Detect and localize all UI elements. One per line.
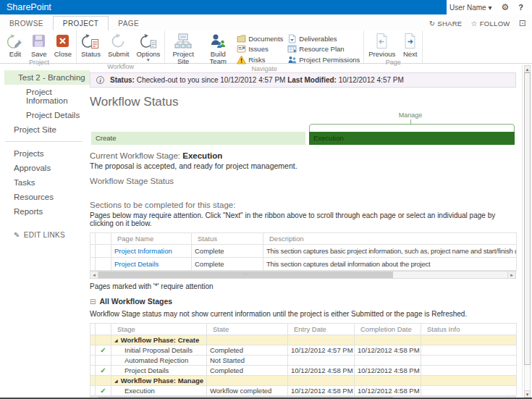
share-button[interactable]: ↻ SHARE xyxy=(429,20,463,28)
focus-mode-icon[interactable]: ⊡ xyxy=(519,18,526,28)
table-row: Project Details Complete This section ca… xyxy=(90,258,517,271)
pages-table: Page Name Status Description Project Inf… xyxy=(90,232,517,271)
sidebar-item-test2-branching[interactable]: Test 2 - Branching xyxy=(4,70,90,85)
project-permissions-button[interactable]: Project Permissions xyxy=(287,55,360,64)
table-row: Automated Rejection Not Started xyxy=(90,356,517,366)
table-grid-icon xyxy=(287,44,297,54)
checkmark-icon: ✓ xyxy=(96,386,111,396)
execution-stage-bar[interactable]: Execution xyxy=(309,132,515,145)
edit-links-button[interactable]: ✎ EDIT LINKS xyxy=(14,231,90,239)
sidebar-item-project-details[interactable]: Project Details xyxy=(0,108,90,122)
phase-row-manage: ◢Workflow Phase: Manage xyxy=(90,376,517,386)
checkmark-icon: ✓ xyxy=(96,366,111,376)
status-button[interactable]: Status xyxy=(77,32,104,59)
issues-list-icon xyxy=(237,44,246,54)
collapse-icon[interactable]: ⊟ xyxy=(90,298,96,306)
pages-table-header: Page Name Status Description xyxy=(90,233,517,245)
ribbon-group-page: Previous Next Page xyxy=(364,30,423,63)
create-phase-bar[interactable]: Create xyxy=(91,132,305,145)
edit-button[interactable]: Edit xyxy=(3,32,28,59)
pencil-icon: ✎ xyxy=(14,231,20,239)
tab-page[interactable]: PAGE xyxy=(109,17,148,30)
stage-description: The proposal is accepted, and ready for … xyxy=(90,161,516,170)
all-workflow-stages-heading[interactable]: ⊟ All Workflow Stages xyxy=(90,297,516,306)
suite-bar: SharePoint User Name ▾ ⚙ ? xyxy=(0,0,532,14)
help-icon[interactable]: ? xyxy=(518,3,523,12)
sidebar-item-reports[interactable]: Reports xyxy=(0,204,90,219)
follow-button[interactable]: ☆ FOLLOW xyxy=(471,20,510,28)
scroll-down-icon[interactable]: ▾ xyxy=(524,390,531,398)
scroll-left-icon[interactable]: ◂ xyxy=(90,272,98,278)
ribbon: Edit Save Close Project xyxy=(0,30,532,64)
submit-arrow-icon xyxy=(111,33,127,49)
chevron-down-icon: ▾ xyxy=(147,58,150,62)
ribbon-tab-row: BROWSE PROJECT PAGE ↻ SHARE ☆ FOLLOW ⊡ xyxy=(0,14,532,30)
resource-plan-button[interactable]: Resource Plan xyxy=(287,45,360,54)
manage-phase-label: Manage xyxy=(389,112,432,119)
project-site-button[interactable]: Project Site xyxy=(166,32,200,65)
stage-status-heading: Workflow Stage Status xyxy=(90,177,516,185)
risks-button[interactable]: Risks xyxy=(237,55,283,64)
all-stages-note: Workflow Stage status may not show curre… xyxy=(90,310,516,318)
table-row: ✓ Project Details Completed 10/12/2012 4… xyxy=(90,366,517,376)
scroll-up-icon[interactable]: ▴ xyxy=(524,65,531,72)
share-icon: ↻ xyxy=(429,20,436,28)
status-bar-text: Status: Checked-out to you since 10/12/2… xyxy=(110,76,404,84)
vertical-scrollbar[interactable]: ▴ ▾ xyxy=(522,65,531,398)
floppy-disk-icon xyxy=(32,33,46,49)
vscroll-thumb[interactable] xyxy=(524,72,531,365)
workflow-status-icon xyxy=(82,33,99,49)
tab-project[interactable]: PROJECT xyxy=(53,16,109,30)
sidebar-item-project-site[interactable]: Project Site xyxy=(0,122,90,137)
pages-table-hscrollbar[interactable]: ◂ ··· ▸ xyxy=(90,271,516,279)
tab-browse[interactable]: BROWSE xyxy=(0,17,53,30)
brand: SharePoint xyxy=(0,0,447,14)
close-button[interactable]: Close xyxy=(51,32,75,59)
sidebar-item-project-information[interactable]: Project Information xyxy=(0,85,90,108)
info-icon: i xyxy=(96,76,104,84)
group-arrow-icon: ◢ xyxy=(114,379,118,383)
page-link-project-information[interactable]: Project Information xyxy=(114,247,172,255)
ribbon-group-navigate: Project Site Build Team Documents Is xyxy=(165,30,364,63)
options-icon xyxy=(140,33,157,49)
warning-triangle-icon xyxy=(237,55,246,64)
phase-row-create: ◢Workflow Phase: Create xyxy=(90,335,517,345)
issues-button[interactable]: Issues xyxy=(237,45,283,54)
user-menu[interactable]: User Name ▾ xyxy=(449,4,491,12)
sidebar-item-projects[interactable]: Projects xyxy=(0,146,90,161)
page-icon xyxy=(287,34,297,43)
team-people-icon xyxy=(209,33,227,49)
workflow-stages-table: Stage State Entry Date Completion Date S… xyxy=(90,323,517,396)
next-button[interactable]: Next xyxy=(399,32,421,59)
save-button[interactable]: Save xyxy=(28,32,51,59)
sections-heading: Sections to be completed for this stage: xyxy=(90,201,516,209)
page-link-project-details[interactable]: Project Details xyxy=(114,260,159,268)
previous-button[interactable]: Previous xyxy=(365,32,399,59)
sidebar-item-resources[interactable]: Resources xyxy=(0,190,90,204)
documents-button[interactable]: Documents xyxy=(237,34,283,43)
sitemap-icon xyxy=(174,33,192,49)
main-content: i Status: Checked-out to you since 10/12… xyxy=(90,64,516,399)
checkmark-icon: ✓ xyxy=(96,345,111,356)
left-navigation: Test 2 - Branching Project Information P… xyxy=(0,64,90,399)
current-workflow-stage: Current Workflow Stage: Execution xyxy=(90,151,516,160)
folder-icon xyxy=(237,34,246,43)
previous-page-icon xyxy=(374,33,389,49)
ribbon-group-project: Edit Save Close Project xyxy=(2,30,77,63)
options-button[interactable]: Options ▾ xyxy=(132,32,164,63)
table-row: ✓ Execution Workflow completed 10/12/201… xyxy=(90,386,517,396)
sharepoint-window: SharePoint User Name ▾ ⚙ ? BROWSE PROJEC… xyxy=(0,0,532,399)
gear-icon[interactable]: ⚙ xyxy=(502,2,510,12)
group-arrow-icon: ◢ xyxy=(114,338,118,343)
close-x-icon xyxy=(56,33,69,49)
stages-table-hscrollbar[interactable]: ◂ ··· ▸ xyxy=(90,396,516,399)
sidebar-item-tasks[interactable]: Tasks xyxy=(0,175,90,190)
build-team-button[interactable]: Build Team xyxy=(200,32,235,65)
star-icon: ☆ xyxy=(471,20,478,28)
sidebar-item-approvals[interactable]: Approvals xyxy=(0,161,90,175)
deliverables-button[interactable]: Deliverables xyxy=(287,34,360,43)
scroll-right-icon[interactable]: ▸ xyxy=(507,272,515,278)
chevron-down-icon: ▾ xyxy=(488,4,491,12)
submit-button[interactable]: Submit xyxy=(104,32,133,59)
hscroll-thumb[interactable]: ··· xyxy=(98,272,393,278)
